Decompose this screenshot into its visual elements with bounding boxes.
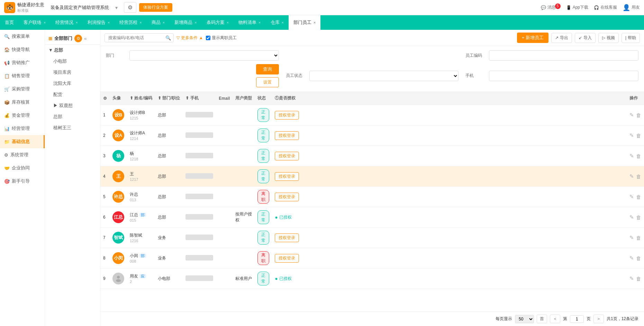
nav-item-商品[interactable]: 商品× bbox=[147, 15, 170, 30]
close-nav-客户联络[interactable]: × bbox=[44, 20, 46, 25]
edit-icon[interactable]: ✎ bbox=[629, 132, 634, 139]
edit-icon[interactable]: ✎ bbox=[629, 214, 634, 220]
close-nav-经营情况[interactable]: × bbox=[75, 20, 78, 25]
authorize-btn[interactable]: 授权登录 bbox=[275, 254, 299, 263]
col-name[interactable]: ⬆ 姓名/编码 bbox=[127, 92, 155, 105]
export-btn[interactable]: ↗ 导出 bbox=[551, 33, 572, 43]
prev-page-btn[interactable]: ＜ bbox=[550, 315, 560, 323]
edit-icon[interactable]: ✎ bbox=[629, 275, 634, 282]
tree-item-总部[interactable]: 总部 bbox=[45, 111, 100, 122]
cell-auth[interactable]: 授权登录 bbox=[272, 125, 302, 146]
sidebar-item-库存核算[interactable]: 📦库存核算 bbox=[0, 96, 45, 109]
col-settings[interactable]: ⚙ bbox=[100, 92, 110, 105]
delete-icon[interactable]: 🗑 bbox=[636, 112, 641, 118]
edit-icon[interactable]: ✎ bbox=[629, 153, 634, 159]
show-resigned-label[interactable]: 显示离职员工 bbox=[206, 35, 237, 41]
tree-item-总部[interactable]: ▼ 总部 bbox=[45, 45, 100, 56]
close-nav-经营历程[interactable]: × bbox=[139, 20, 142, 25]
set-btn[interactable]: 设置 bbox=[256, 77, 279, 87]
message-btn[interactable]: 💬 消息 5 bbox=[541, 5, 561, 10]
help-btn[interactable]: | 帮助 bbox=[622, 33, 640, 43]
sidebar-item-新手引导[interactable]: 🎯新手引导 bbox=[0, 175, 45, 188]
authorize-btn[interactable]: 授权登录 bbox=[275, 152, 299, 160]
tree-collapse-btn[interactable]: « bbox=[84, 36, 87, 41]
nav-item-仓库[interactable]: 仓库× bbox=[266, 15, 289, 30]
authorize-btn[interactable]: 授权登录 bbox=[275, 234, 299, 242]
tree-item-植树王三[interactable]: 植树王三 bbox=[45, 122, 100, 133]
import-btn[interactable]: ↙ 导入 bbox=[575, 33, 596, 43]
settings-btn[interactable]: ⚙ bbox=[124, 2, 136, 13]
emp-code-input[interactable] bbox=[489, 50, 638, 61]
nav-item-首页[interactable]: 首页 bbox=[0, 15, 19, 30]
tree-item-沈阳大库[interactable]: 沈阳大库 bbox=[45, 78, 100, 89]
col-dept[interactable]: ⬆ 部门/职位 bbox=[155, 92, 183, 105]
close-nav-新增商品[interactable]: × bbox=[194, 20, 197, 25]
delete-icon[interactable]: 🗑 bbox=[636, 194, 641, 200]
sidebar-item-基础信息[interactable]: 📁基础信息 bbox=[0, 135, 45, 148]
authorize-btn[interactable]: 授权登录 bbox=[275, 193, 299, 201]
cell-auth[interactable]: ●已授权 bbox=[272, 207, 302, 228]
sidebar-item-采购管理[interactable]: 🛒采购管理 bbox=[0, 82, 45, 96]
authorize-btn[interactable]: 授权登录 bbox=[275, 131, 299, 140]
filter-btn[interactable]: ▽ 更多条件 ▲ bbox=[176, 35, 203, 41]
edit-icon[interactable]: ✎ bbox=[629, 112, 634, 118]
nav-item-物料清单[interactable]: 物料清单× bbox=[234, 15, 265, 30]
nav-item-利润报告[interactable]: 利润报告× bbox=[83, 15, 115, 30]
tree-item-双鹿想[interactable]: ▶ 双鹿想 bbox=[45, 100, 100, 111]
edit-icon[interactable]: ✎ bbox=[629, 235, 634, 241]
emp-status-select[interactable] bbox=[309, 71, 459, 81]
first-page-btn[interactable]: 首 bbox=[537, 315, 547, 323]
delete-icon[interactable]: 🗑 bbox=[636, 255, 641, 261]
query-btn[interactable]: 查询 bbox=[256, 64, 279, 74]
sidebar-item-系统管理[interactable]: ⚙系统管理 bbox=[0, 148, 45, 161]
edit-icon[interactable]: ✎ bbox=[629, 255, 634, 261]
tree-item-小电部[interactable]: 小电部 bbox=[45, 56, 100, 67]
delete-icon[interactable]: 🗑 bbox=[636, 214, 641, 220]
cell-auth[interactable]: ●已授权 bbox=[272, 268, 302, 289]
close-nav-条码方案[interactable]: × bbox=[227, 20, 229, 25]
delete-icon[interactable]: 🗑 bbox=[636, 174, 641, 179]
app-download-btn[interactable]: 📱 App下载 bbox=[566, 5, 588, 10]
tree-item-配货[interactable]: 配货 bbox=[45, 89, 100, 100]
cell-auth[interactable]: 授权登录 bbox=[272, 105, 302, 125]
cell-auth[interactable]: 授权登录 bbox=[272, 228, 302, 248]
dropdown-btn[interactable]: ▾ bbox=[112, 3, 121, 12]
user-btn[interactable]: 👤 用友 bbox=[623, 4, 640, 11]
close-nav-利润报告[interactable]: × bbox=[108, 20, 110, 25]
cell-auth[interactable]: 授权登录 bbox=[272, 146, 302, 166]
delete-icon[interactable]: 🗑 bbox=[636, 133, 641, 139]
cell-auth[interactable]: 授权登录 bbox=[272, 248, 302, 268]
online-service-btn[interactable]: 🎧 在线客服 bbox=[594, 5, 617, 10]
authorize-btn[interactable]: 授权登录 bbox=[275, 172, 299, 181]
video-btn[interactable]: ▷ 视频 bbox=[598, 33, 619, 43]
nav-item-经营历程[interactable]: 经营历程× bbox=[115, 15, 146, 30]
page-input[interactable] bbox=[570, 315, 584, 323]
sidebar-item-快捷导航[interactable]: 🏠快捷导航 bbox=[0, 43, 45, 56]
sidebar-item-搜索菜单[interactable]: 🔍搜索菜单 bbox=[0, 30, 45, 43]
close-nav-商品[interactable]: × bbox=[163, 20, 165, 25]
phone-input[interactable] bbox=[489, 71, 638, 81]
cell-auth[interactable]: 授权登录 bbox=[272, 187, 302, 207]
tree-settings-btn[interactable]: ⚙ bbox=[74, 35, 82, 42]
nav-item-条码方案[interactable]: 条码方案× bbox=[202, 15, 234, 30]
sidebar-item-经营管理[interactable]: 📊经营管理 bbox=[0, 122, 45, 135]
col-phone[interactable]: ⬆ 手机 bbox=[183, 92, 216, 105]
nav-item-新增商品[interactable]: 新增商品× bbox=[170, 15, 201, 30]
add-employee-btn[interactable]: + 新增员工 bbox=[517, 33, 548, 43]
authorize-btn[interactable]: 授权登录 bbox=[275, 111, 299, 120]
nav-item-经营情况[interactable]: 经营情况× bbox=[51, 15, 82, 30]
next-page-btn[interactable]: ＞ bbox=[593, 315, 604, 323]
show-resigned-checkbox[interactable] bbox=[206, 36, 210, 40]
search-input[interactable] bbox=[105, 33, 174, 42]
tree-item-项目库房[interactable]: 项目库房 bbox=[45, 67, 100, 78]
delete-icon[interactable]: 🗑 bbox=[636, 276, 641, 282]
sidebar-item-资金管理[interactable]: 💰资金管理 bbox=[0, 109, 45, 122]
per-page-select[interactable]: 50 100 bbox=[515, 315, 534, 323]
sidebar-item-企业协同[interactable]: 🤝企业协同 bbox=[0, 161, 45, 175]
sidebar-item-营销推广[interactable]: 📢营销推广 bbox=[0, 56, 45, 69]
close-nav-部门员工[interactable]: × bbox=[314, 20, 316, 25]
close-nav-物料清单[interactable]: × bbox=[258, 20, 261, 25]
experience-btn[interactable]: 体验行业方案 bbox=[139, 3, 172, 12]
delete-icon[interactable]: 🗑 bbox=[636, 153, 641, 159]
delete-icon[interactable]: 🗑 bbox=[636, 235, 641, 241]
